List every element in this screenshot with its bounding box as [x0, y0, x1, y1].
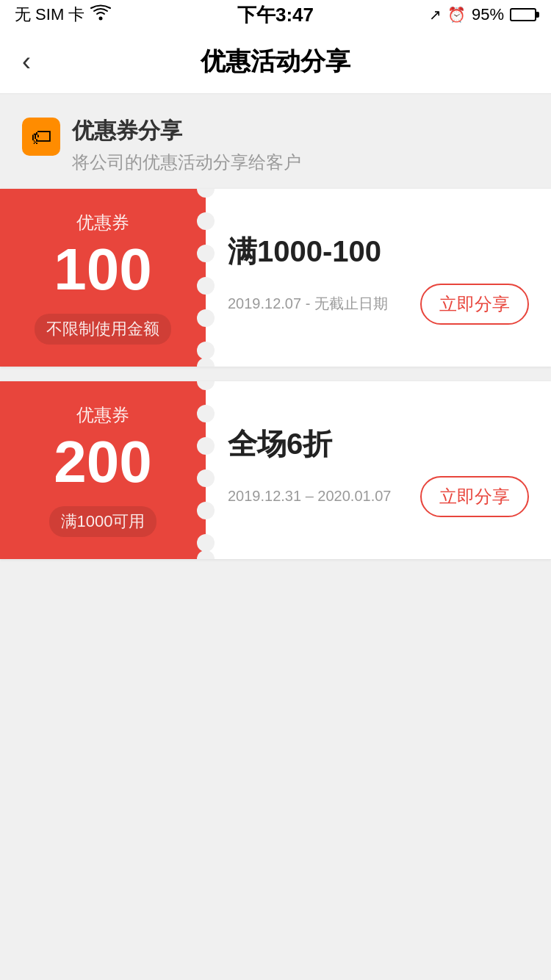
carrier-text: 无 SIM 卡	[15, 4, 84, 26]
coupon-icon: 🏷	[31, 125, 51, 149]
status-right: ↗ ⏰ 95%	[429, 5, 536, 24]
battery-percent: 95%	[472, 5, 504, 24]
coupon-right-1: 满1000-100 2019.12.07 - 无截止日期 立即分享	[206, 189, 551, 367]
section-title: 优惠券分享	[72, 116, 301, 146]
coupon-date-1: 2019.12.07 - 无截止日期	[228, 294, 413, 314]
coupon-list: 优惠券 100 不限制使用金额 满1000-100 2019.12.07 - 无…	[0, 189, 551, 596]
section-text: 优惠券分享 将公司的优惠活动分享给客户	[72, 116, 301, 174]
section-subtitle: 将公司的优惠活动分享给客户	[72, 151, 301, 174]
coupon-share-btn-2[interactable]: 立即分享	[420, 476, 529, 517]
section-header: 🏷 优惠券分享 将公司的优惠活动分享给客户	[0, 94, 551, 189]
alarm-icon: ⏰	[447, 6, 466, 24]
coupon-card-2: 优惠券 200 满1000可用 全场6折 2019.12.31 – 2020.0…	[0, 381, 551, 559]
empty-area	[0, 596, 551, 963]
coupon-meta-1: 2019.12.07 - 无截止日期 立即分享	[228, 284, 529, 325]
coupon-edge-2	[197, 381, 215, 559]
status-bar: 无 SIM 卡 下午3:47 ↗ ⏰ 95%	[0, 0, 551, 29]
coupon-amount-1: 100	[54, 240, 151, 299]
coupon-label-1: 优惠券	[76, 211, 129, 234]
coupon-condition-1: 不限制使用金额	[35, 314, 171, 345]
coupon-title-1: 满1000-100	[228, 231, 529, 272]
location-icon: ↗	[429, 6, 442, 24]
coupon-left-2: 优惠券 200 满1000可用	[0, 381, 206, 559]
status-left: 无 SIM 卡	[15, 4, 111, 26]
status-time: 下午3:47	[237, 2, 314, 28]
coupon-label-2: 优惠券	[76, 403, 129, 427]
coupon-edge-1	[197, 189, 215, 367]
svg-point-0	[99, 17, 103, 21]
coupon-condition-2: 满1000可用	[49, 506, 157, 537]
coupon-meta-2: 2019.12.31 – 2020.01.07 立即分享	[228, 476, 529, 517]
coupon-date-2: 2019.12.31 – 2020.01.07	[228, 488, 413, 505]
nav-bar: ‹ 优惠活动分享	[0, 29, 551, 94]
section-icon: 🏷	[22, 118, 60, 156]
coupon-card-1: 优惠券 100 不限制使用金额 满1000-100 2019.12.07 - 无…	[0, 189, 551, 367]
coupon-share-btn-1[interactable]: 立即分享	[420, 284, 529, 325]
wifi-icon	[90, 4, 111, 25]
back-button[interactable]: ‹	[22, 46, 31, 77]
coupon-right-2: 全场6折 2019.12.31 – 2020.01.07 立即分享	[206, 381, 551, 559]
coupon-title-2: 全场6折	[228, 424, 529, 464]
coupon-amount-2: 200	[54, 433, 151, 491]
coupon-left-1: 优惠券 100 不限制使用金额	[0, 189, 206, 367]
page-title: 优惠活动分享	[201, 45, 350, 79]
battery-icon	[510, 8, 536, 21]
